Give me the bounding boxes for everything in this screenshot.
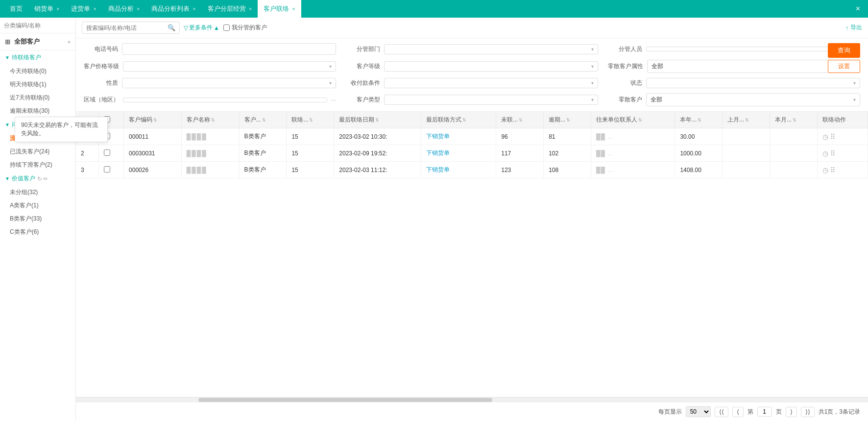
- tab-customer-contact[interactable]: 客户联络 ×: [258, 0, 301, 18]
- more-action-icon[interactable]: ⠿: [830, 133, 835, 141]
- sidebar-item-ungrouped[interactable]: 未分组(32): [0, 186, 75, 199]
- th-contact-person[interactable]: 往来单位联系人⇅: [591, 112, 675, 128]
- tab-home[interactable]: 首页: [4, 0, 28, 18]
- contact-action-icon[interactable]: ◷: [822, 133, 828, 141]
- sort-icon-contact: ⇅: [309, 118, 313, 123]
- tab-product-analysis-list[interactable]: 商品分析列表 ×: [145, 0, 201, 18]
- th-contact[interactable]: 联络...⇅: [287, 112, 334, 128]
- sidebar-item-today-contact[interactable]: 今天待联络(0): [0, 65, 75, 78]
- filter-price-level-select[interactable]: ▾: [123, 61, 336, 72]
- more-btn-region[interactable]: ···: [331, 97, 336, 103]
- contact-action-icon[interactable]: ◷: [822, 166, 828, 174]
- search-input[interactable]: [86, 25, 168, 31]
- chevron-down-icon-6: ▾: [591, 80, 594, 86]
- close-tab-purchase[interactable]: ×: [93, 6, 96, 12]
- close-all-btn[interactable]: ×: [852, 2, 864, 15]
- th-last-contact-date[interactable]: 最后联络日期⇅: [334, 112, 421, 128]
- chevron-up-icon: ▲: [214, 25, 219, 31]
- horizontal-scrollbar[interactable]: [76, 397, 868, 402]
- prev-page-btn[interactable]: ⟨: [732, 407, 744, 417]
- page-number-input[interactable]: [757, 407, 772, 417]
- filter-scatter-select[interactable]: 全部 ▾: [646, 93, 860, 106]
- my-customers-checkbox[interactable]: [223, 25, 230, 31]
- first-page-btn[interactable]: ⟨⟨: [715, 407, 728, 417]
- tab-customer-tier[interactable]: 客户分层经营 ×: [202, 0, 258, 18]
- th-this-month[interactable]: 本月...⇅: [770, 112, 818, 128]
- more-action-icon[interactable]: ⠿: [830, 166, 835, 174]
- cell-name: ████: [181, 128, 239, 145]
- cell-last-method[interactable]: 下销货单: [421, 162, 496, 178]
- query-button[interactable]: 查询: [828, 43, 860, 58]
- filter-manager-select[interactable]: [646, 47, 851, 51]
- close-tab-customer-tier[interactable]: ×: [249, 6, 252, 12]
- th-name[interactable]: 客户名称⇅: [181, 112, 239, 128]
- contact-action-icon[interactable]: ◷: [822, 149, 828, 157]
- cell-last-method[interactable]: 下销货单: [421, 145, 496, 162]
- last-method-link[interactable]: 下销货单: [426, 149, 450, 156]
- sidebar-section-pending[interactable]: ▼ 待联络客户: [0, 50, 75, 65]
- cell-checkbox[interactable]: [99, 162, 124, 178]
- th-last-contact-method[interactable]: 最后联络方式⇅: [421, 112, 496, 128]
- data-table-container: ⚙ 客户编码⇅ 客户名称⇅ 客户...⇅ 联络...⇅ 最后联络日期⇅ 最后联络…: [76, 112, 868, 397]
- th-not-contacted[interactable]: 未联...⇅: [496, 112, 544, 128]
- filter-payment-select[interactable]: ▾: [384, 78, 598, 88]
- filter-nature-select[interactable]: ▾: [122, 78, 336, 88]
- sidebar-section-value[interactable]: ▼ 价值客户 ↻ ✏: [0, 172, 75, 186]
- sidebar-item-7day-contact[interactable]: 近7天待联络(0): [0, 91, 75, 104]
- last-method-link[interactable]: 下销货单: [426, 166, 450, 173]
- close-tab-product-analysis[interactable]: ×: [137, 6, 140, 12]
- sort-icon-type: ⇅: [262, 118, 266, 123]
- filter-status-select[interactable]: ▾: [646, 78, 860, 88]
- export-button[interactable]: ↑ 导出: [845, 24, 862, 32]
- sidebar-item-declining[interactable]: 持续下滑客户(2): [0, 158, 75, 172]
- cell-type: B类客户: [239, 162, 287, 178]
- table-row: 3 000026 ████ B类客户 15 2023-02-03 11:12: …: [76, 162, 868, 178]
- sidebar-item-class-c[interactable]: C类客户(6): [0, 225, 75, 239]
- tab-purchase-order[interactable]: 进货单 ×: [65, 0, 102, 18]
- refresh-icon[interactable]: ↻: [37, 175, 42, 182]
- filter-region-select[interactable]: [123, 98, 327, 102]
- scrollbar-thumb[interactable]: [198, 398, 492, 402]
- th-this-year[interactable]: 本年...⇅: [675, 112, 723, 128]
- cell-checkbox[interactable]: [99, 145, 124, 162]
- filter-dept-select[interactable]: ▾: [384, 44, 598, 54]
- data-table: ⚙ 客户编码⇅ 客户名称⇅ 客户...⇅ 联络...⇅ 最后联络日期⇅ 最后联络…: [76, 112, 868, 178]
- filter-customer-type-select[interactable]: ▾: [384, 95, 598, 105]
- next-page-btn[interactable]: ⟩: [786, 407, 797, 417]
- cell-action: ◷ ⠿: [818, 128, 868, 145]
- th-code-label: 客户编码: [129, 116, 152, 124]
- tooltip-churn-warning: 90天未交易的客户，可能有流失风险。: [15, 117, 76, 142]
- row-checkbox-2[interactable]: [104, 166, 110, 173]
- last-page-btn[interactable]: ⟩⟩: [801, 407, 815, 417]
- sidebar-search-input[interactable]: [4, 22, 76, 29]
- my-customers-checkbox-container: 我分管的客户: [223, 24, 267, 32]
- sidebar-item-class-b[interactable]: B类客户(33): [0, 212, 75, 225]
- filter-customer-type: 客户类型 ▾: [346, 93, 598, 106]
- sidebar-item-overdue-contact[interactable]: 逾期未联络(30): [0, 104, 75, 118]
- search-icon[interactable]: 🔍: [168, 24, 175, 31]
- per-page-select[interactable]: 50 100 200: [686, 406, 711, 417]
- tab-sales-order[interactable]: 销货单 ×: [28, 0, 65, 18]
- last-method-link[interactable]: 下销货单: [426, 133, 450, 140]
- more-conditions-btn[interactable]: ▽ 更多条件 ▲: [184, 24, 219, 32]
- tab-product-analysis[interactable]: 商品分析 ×: [102, 0, 145, 18]
- filter-phone-input[interactable]: [122, 43, 336, 55]
- th-type[interactable]: 客户...⇅: [239, 112, 287, 128]
- sidebar-all-customers[interactable]: ⊞ 全部客户 «: [0, 33, 75, 50]
- sidebar-item-churned[interactable]: 已流失客户(24): [0, 145, 75, 158]
- th-code[interactable]: 客户编码⇅: [124, 112, 182, 128]
- sidebar-item-tomorrow-contact[interactable]: 明天待联络(1): [0, 78, 75, 91]
- row-checkbox-1[interactable]: [104, 149, 110, 156]
- th-overdue[interactable]: 逾期...⇅: [544, 112, 591, 128]
- close-tab-customer-contact[interactable]: ×: [292, 6, 295, 12]
- sidebar-item-class-a[interactable]: A类客户(1): [0, 199, 75, 212]
- th-not-contacted-label: 未联...: [501, 116, 518, 124]
- settings-button[interactable]: 设置: [828, 60, 860, 73]
- cell-last-method[interactable]: 下销货单: [421, 128, 496, 145]
- th-last-month[interactable]: 上月...⇅: [723, 112, 770, 128]
- more-action-icon[interactable]: ⠿: [830, 149, 835, 157]
- close-tab-product-list[interactable]: ×: [193, 6, 195, 12]
- close-tab-sales-order[interactable]: ×: [56, 6, 59, 12]
- filter-customer-level-select[interactable]: ▾: [384, 61, 598, 72]
- edit-icon[interactable]: ✏: [43, 175, 48, 182]
